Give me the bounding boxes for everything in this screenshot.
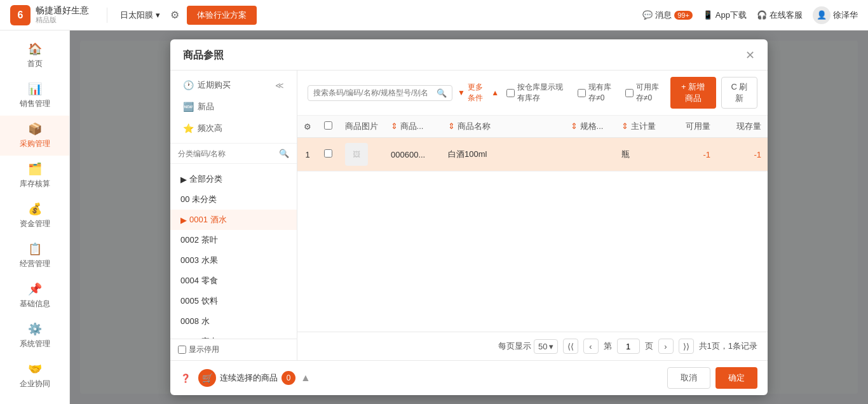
store-selector[interactable]: 日太阳膜 ▾: [115, 7, 165, 24]
settings-icon[interactable]: ⚙: [170, 9, 179, 21]
row-stock: -1: [717, 138, 768, 172]
sidebar-item-system[interactable]: ⚙️ 系统管理: [0, 316, 69, 356]
row-name: 白酒100ml: [442, 138, 564, 172]
exp-button[interactable]: 体验行业方案: [187, 6, 257, 25]
app-label: App下载: [715, 10, 747, 21]
page-input[interactable]: [617, 339, 640, 354]
user-menu[interactable]: 👤 徐泽华: [813, 6, 858, 24]
sidebar-item-enterprise[interactable]: 🤝 企业协同: [0, 356, 69, 396]
col-avail-header: 可用量: [666, 116, 717, 138]
sidebar-item-home[interactable]: 🏠 首页: [0, 36, 69, 76]
page-suffix: 页: [645, 340, 653, 352]
col-name-header[interactable]: ⇕ 商品名称: [442, 116, 564, 138]
sidebar-item-basic-info[interactable]: 📌 基础信息: [0, 276, 69, 316]
category-search-input[interactable]: [178, 149, 275, 158]
basic-info-icon: 📌: [28, 282, 42, 296]
search-icon[interactable]: 🔍: [279, 149, 289, 158]
col-spec-header[interactable]: ⇕ 规格...: [564, 116, 615, 138]
first-page-button[interactable]: ⟨⟨: [563, 339, 578, 354]
modal-body: 🕐 近期购买 ≪ 🆕 新品 ⭐ 频次高: [170, 71, 768, 360]
col-check[interactable]: [318, 116, 339, 138]
category-00[interactable]: 00 未分类: [170, 189, 297, 210]
modal-close-button[interactable]: ✕: [745, 48, 755, 62]
col-code-header[interactable]: ⇕ 商品...: [384, 116, 442, 138]
sidebar-label-system: 系统管理: [20, 339, 50, 349]
phone-icon: 📱: [703, 10, 713, 20]
category-0001[interactable]: ▶ 0001 酒水: [170, 210, 297, 230]
next-page-button[interactable]: ›: [658, 339, 674, 354]
tab-new-products[interactable]: 🆕 新品: [178, 97, 289, 116]
show-disabled-input[interactable]: [178, 346, 186, 354]
show-disabled-checkbox[interactable]: 显示停用: [178, 344, 289, 355]
row-checkbox[interactable]: [324, 149, 332, 158]
last-page-button[interactable]: ⟩⟩: [679, 339, 694, 354]
category-list: ▶ 全部分类 00 未分类 ▶ 0001 酒水 0002 茶: [170, 164, 297, 339]
prev-page-button[interactable]: ‹: [583, 339, 599, 354]
page-label: 第: [604, 340, 612, 352]
logo-icon: 6: [10, 5, 31, 25]
modal-footer: ❓ 🛒 连续选择的商品 0 ▲ 取消 确定: [170, 360, 768, 395]
sidebar-item-operation[interactable]: 📋 经营管理: [0, 236, 69, 276]
sidebar-label-finance: 资金管理: [20, 219, 50, 229]
tab-recent-purchase[interactable]: 🕐 近期购买 ≪: [178, 76, 289, 95]
messages-button[interactable]: 💬 消息 99+: [642, 10, 693, 21]
sidebar-label-inventory: 库存核算: [20, 178, 50, 189]
table-row[interactable]: 1 🖼 000600... 白酒100ml 瓶: [297, 138, 768, 172]
product-image: 🖼: [345, 143, 368, 166]
purchase-icon: 📦: [28, 122, 42, 136]
category-0010[interactable]: 0010 家电: [170, 332, 297, 339]
add-product-button[interactable]: + 新增商品: [670, 77, 716, 109]
service-label: 在线客服: [770, 10, 803, 21]
cart-button[interactable]: 🛒 连续选择的商品 0: [198, 369, 295, 387]
message-label: 消息: [655, 10, 672, 21]
cart-icon: 🛒: [198, 369, 216, 387]
category-all[interactable]: ▶ 全部分类: [170, 169, 297, 189]
dropdown-icon: ▾: [549, 342, 553, 351]
sidebar-label-home: 首页: [27, 58, 43, 69]
filter-button[interactable]: ▼ 更多条件 ▲: [458, 82, 499, 104]
arrow-right-icon: ▶: [180, 175, 187, 184]
sidebar-item-inventory[interactable]: 🗂️ 库存核算: [0, 156, 69, 196]
checkbox-warehouse-input[interactable]: [506, 89, 515, 97]
enterprise-icon: 🤝: [28, 362, 42, 376]
service-button[interactable]: 🎧 在线客服: [757, 10, 803, 21]
cart-label: 连续选择的商品: [220, 372, 278, 384]
per-page-select[interactable]: 50 ▾: [534, 339, 557, 354]
row-checkbox-cell[interactable]: [318, 138, 339, 172]
collapse-icon: ≪: [275, 81, 284, 90]
checkbox-avail-ne0-input[interactable]: [625, 89, 634, 97]
star-icon: ⭐: [183, 123, 194, 133]
sidebar-item-guide[interactable]: 📖 新手引导: [0, 396, 69, 404]
refresh-button[interactable]: C 刷新: [721, 77, 757, 109]
total-label: 共1页，1条记录: [699, 340, 757, 352]
sidebar-item-finance[interactable]: 💰 资金管理: [0, 196, 69, 236]
help-icon[interactable]: ❓: [180, 374, 191, 383]
category-0004[interactable]: 0004 零食: [170, 271, 297, 291]
app-download-button[interactable]: 📱 App下载: [703, 10, 747, 21]
sidebar-item-sales[interactable]: 📊 销售管理: [0, 76, 69, 116]
col-settings[interactable]: ⚙: [297, 116, 318, 138]
checkbox-warehouse-label: 按仓库显示现有库存: [517, 82, 570, 104]
cancel-button[interactable]: 取消: [667, 367, 710, 389]
select-all-checkbox[interactable]: [324, 121, 332, 130]
row-available: -1: [666, 138, 717, 172]
collapse-up-icon[interactable]: ▲: [301, 372, 311, 384]
store-name: 日太阳膜: [120, 10, 153, 21]
category-0008[interactable]: 0008 水: [170, 311, 297, 332]
checkbox-stock-ne0[interactable]: 现有库存≠0: [578, 82, 618, 104]
sidebar-item-purchase[interactable]: 📦 采购管理: [0, 116, 69, 156]
tab-frequent[interactable]: ⭐ 频次高: [178, 119, 289, 138]
search-product-icon[interactable]: 🔍: [437, 88, 447, 98]
category-0002[interactable]: 0002 茶叶: [170, 230, 297, 250]
checkbox-avail-ne0[interactable]: 可用库存≠0: [625, 82, 665, 104]
checkbox-stock-ne0-input[interactable]: [578, 89, 586, 97]
category-0005[interactable]: 0005 饮料: [170, 291, 297, 311]
pagination: 每页显示 50 ▾ ⟨⟨ ‹ 第 页 ›: [297, 332, 768, 360]
checkbox-warehouse[interactable]: 按仓库显示现有库存: [506, 82, 570, 104]
logo-text: 畅捷通好生意: [36, 5, 89, 16]
confirm-button[interactable]: 确定: [715, 367, 757, 389]
product-search-input[interactable]: [313, 88, 434, 97]
col-unit-header[interactable]: ⇕ 主计量: [615, 116, 666, 138]
per-page-value: 50: [538, 342, 547, 351]
category-0003[interactable]: 0003 水果: [170, 250, 297, 271]
